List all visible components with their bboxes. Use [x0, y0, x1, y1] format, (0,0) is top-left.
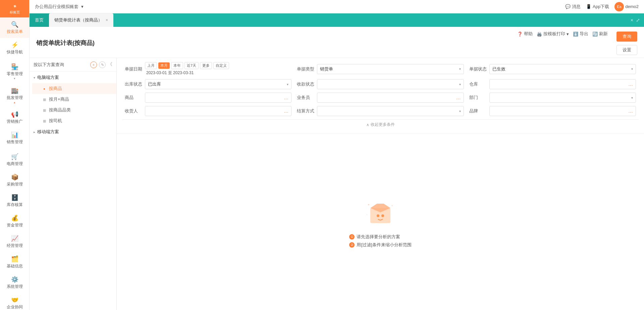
tab-sales-stat[interactable]: 销货单统计表（按商品） ×	[49, 13, 113, 27]
sidebar-item-inventory[interactable]: 🗄️ 库存核算	[0, 191, 29, 211]
brand-input[interactable]: …	[489, 106, 636, 116]
order-status-select[interactable]: 已生效 ▾	[489, 64, 636, 74]
system-icon: ⚙️	[11, 276, 18, 283]
sidebar-item-wholesale-label: 批发管理	[7, 95, 23, 101]
wholesale-icon: 🏬	[11, 87, 18, 94]
date-tab-curr-year[interactable]: 本年	[171, 62, 183, 69]
app-download-button[interactable]: 📱 App下载	[586, 4, 609, 10]
date-tab-custom[interactable]: 自定义	[213, 62, 229, 69]
app-download-icon: 📱	[586, 4, 591, 9]
user-profile[interactable]: Ea demo2	[614, 2, 639, 11]
order-type-arrow: ▾	[459, 67, 461, 71]
tab-close-icon[interactable]: ×	[106, 18, 108, 22]
mobile-scheme-group: ▸ 移动端方案	[30, 126, 116, 138]
logo-icon: 畅	[9, 3, 21, 9]
salesman-input[interactable]: …	[317, 93, 464, 103]
sidebar-item-cooperation[interactable]: 🤝 企业协同	[0, 293, 29, 310]
edit-scheme-button[interactable]: ✎	[99, 61, 106, 68]
warehouse-input-field[interactable]	[492, 82, 627, 87]
sidebar-item-search-label: 搜索菜单	[7, 29, 23, 35]
svg-point-7	[367, 214, 367, 215]
sidebar-item-marketing[interactable]: 📢 营销推广	[0, 107, 29, 128]
empty-state: ① 请先选择要分析的方案 ② 用[过滤]条件来缩小分析范围	[117, 134, 644, 310]
brand-input-field[interactable]	[492, 109, 627, 114]
order-type-select[interactable]: 销货单 ▾	[317, 64, 464, 74]
date-tab-prev-month[interactable]: 上月	[145, 62, 157, 69]
date-tab-more[interactable]: 更多	[200, 62, 212, 69]
brand-dots[interactable]: …	[628, 108, 633, 114]
print-arrow[interactable]: ▾	[567, 32, 569, 37]
date-tab-7days[interactable]: 近7天	[184, 62, 199, 69]
scheme-item-by-goods[interactable]: ● 按商品	[32, 83, 116, 94]
salesman-dots[interactable]: …	[456, 95, 461, 100]
out-status-select[interactable]: 已出库 ▾	[145, 79, 291, 89]
page-actions: ❓ 帮助 🖨️ 按模板打印 ▾ ⬇️ 导出 🔄 刷新	[517, 31, 608, 37]
collapse-panel-button[interactable]: 《	[108, 61, 112, 68]
sidebar-item-system[interactable]: ⚙️ 系统管理	[0, 272, 29, 293]
collapse-icon: ∧	[366, 122, 369, 127]
sidebar-item-purchase[interactable]: 📦 采购管理	[0, 170, 29, 191]
scheme-item-by-goods-cat[interactable]: ▦ 按商品品类	[32, 105, 116, 115]
sidebar-item-quicknav[interactable]: ⚡ 快捷导航	[0, 38, 29, 58]
sidebar-item-retail[interactable]: 🏪 零售管理 ▾	[0, 60, 29, 84]
set-button[interactable]: 设置	[616, 45, 637, 55]
salesman-input-field[interactable]	[320, 95, 454, 100]
sidebar-item-operation[interactable]: 📈 经营管理	[0, 231, 29, 252]
warehouse-input[interactable]: …	[489, 79, 636, 89]
sidebar-item-ecommerce[interactable]: 🛒 电商管理	[0, 150, 29, 170]
department-label: 部门	[469, 95, 489, 101]
empty-hint-2-text: 用[过滤]条件来缩小分析范围	[357, 242, 411, 248]
goods-input-field[interactable]	[148, 95, 282, 100]
svg-text:畅: 畅	[13, 5, 16, 8]
add-scheme-button[interactable]: +	[90, 61, 97, 68]
sidebar-item-basic[interactable]: 🗂️ 基础信息	[0, 252, 29, 272]
refresh-button[interactable]: 🔄 刷新	[592, 31, 608, 37]
tab-home[interactable]: 首页	[30, 13, 49, 27]
sidebar-item-sales[interactable]: 📊 销售管理	[0, 128, 29, 148]
empty-illustration	[364, 196, 397, 230]
home-tab-label: 首页	[35, 17, 44, 23]
scheme-item-by-month-goods[interactable]: ▦ 按月+商品	[32, 94, 116, 105]
goods-dots[interactable]: …	[284, 95, 288, 100]
left-panel-icons: + ✎ 《	[90, 61, 112, 68]
help-button[interactable]: ❓ 帮助	[517, 31, 533, 37]
sidebar-item-wholesale[interactable]: 🏬 批发管理 ▴	[0, 84, 29, 107]
sidebar-item-marketing-label: 营销推广	[7, 119, 23, 124]
mobile-scheme-group-header[interactable]: ▸ 移动端方案	[30, 126, 116, 138]
filter-cell-receiver: 收货人 …	[122, 106, 294, 116]
industry-dropdown-arrow[interactable]: ▾	[81, 4, 84, 9]
scheme-item-by-cashier[interactable]: ▦ 按司机	[32, 115, 116, 126]
warehouse-dots[interactable]: …	[628, 82, 633, 87]
window-max-button[interactable]: ⤢	[636, 17, 640, 23]
window-close-button[interactable]: ×	[631, 17, 633, 23]
receiver-dots[interactable]: …	[284, 108, 288, 114]
inventory-icon: 🗄️	[11, 194, 18, 201]
out-status-arrow: ▾	[287, 83, 288, 86]
quicknav-icon: ⚡	[11, 41, 18, 49]
sidebar-item-search[interactable]: 🔍 搜索菜单	[0, 17, 29, 38]
filter-cell-order-type: 单据类型 销货单 ▾	[294, 64, 466, 74]
date-tab-curr-month[interactable]: 本月	[158, 62, 170, 69]
receiver-input-field[interactable]	[148, 109, 282, 114]
filter-cell-order-status: 单据状态 已生效 ▾	[467, 64, 639, 74]
filter-cell-out-status: 出库状态 已出库 ▾	[122, 79, 294, 89]
settlement-select[interactable]: ▾	[317, 106, 464, 116]
department-select[interactable]: ▾	[489, 93, 636, 103]
pc-scheme-group-header[interactable]: ▾ 电脑端方案	[30, 72, 116, 83]
payment-status-select[interactable]: ▾	[317, 79, 464, 89]
by-month-goods-icon: ▦	[42, 97, 47, 102]
message-button[interactable]: 💬 消息	[565, 4, 581, 10]
svg-point-6	[392, 205, 393, 206]
receiver-input[interactable]: …	[145, 106, 291, 116]
order-type-value: 销货单	[320, 66, 459, 72]
left-panel: 按以下方案查询 + ✎ 《 ▾ 电脑端方案	[30, 58, 117, 310]
collapse-bar[interactable]: ∧ 收起更多条件	[122, 119, 639, 130]
print-button[interactable]: 🖨️ 按模板打印 ▾	[537, 31, 569, 37]
date-label: 单据日期	[125, 66, 145, 72]
export-button[interactable]: ⬇️ 导出	[573, 31, 588, 37]
search-icon: 🔍	[11, 21, 18, 28]
order-type-label: 单据类型	[297, 66, 317, 72]
goods-input[interactable]: …	[145, 93, 291, 103]
sidebar-item-finance[interactable]: 💰 资金管理	[0, 211, 29, 231]
query-button[interactable]: 查询	[616, 32, 637, 42]
